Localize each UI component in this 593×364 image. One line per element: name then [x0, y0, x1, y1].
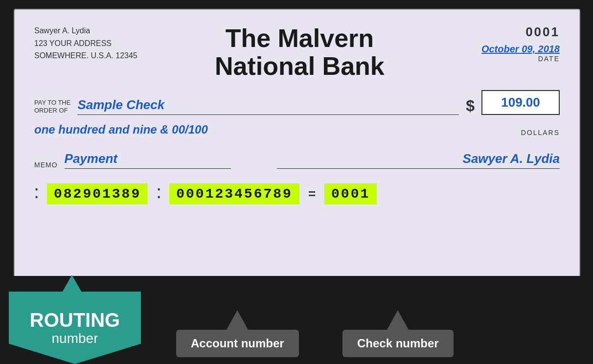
check-number-label: Check number	[342, 330, 454, 357]
micr-prefix-symbol: ⁚	[34, 186, 38, 202]
micr-account-suffix-symbol: =	[308, 186, 316, 202]
check-arrow-up	[387, 310, 409, 330]
routing-subtitle: number	[52, 331, 98, 346]
pay-to-label: PAY TO THEORDER OF	[34, 99, 70, 115]
memo-line: Payment	[65, 151, 231, 169]
address-block: Sawyer A. Lydia 123 YOUR ADDRESS SOMEWHE…	[34, 24, 137, 62]
micr-suffix-symbol: ⁚	[157, 186, 160, 202]
memo-label: MEMO	[34, 161, 58, 169]
payee-name: Sample Check	[77, 97, 164, 112]
check-top: Sawyer A. Lydia 123 YOUR ADDRESS SOMEWHE…	[34, 24, 560, 80]
date-label: DATE	[462, 55, 560, 63]
amount-words: one hundred and nine & 00/100	[34, 123, 208, 136]
micr-check-number: 0001	[324, 183, 377, 205]
routing-label-box: ROUTING number	[9, 292, 141, 364]
account-number-label-group: Account number	[176, 310, 299, 357]
signature-value: Sawyer A. Lydia	[463, 151, 560, 166]
pay-section: PAY TO THEORDER OF Sample Check $ 109.00	[34, 90, 560, 115]
dollars-label: DOLLARS	[521, 129, 560, 136]
dollar-sign: $	[466, 97, 475, 115]
check-inner: Sawyer A. Lydia 123 YOUR ADDRESS SOMEWHE…	[15, 10, 579, 282]
payee-line: Sample Check	[77, 97, 459, 115]
account-arrow-up	[227, 310, 248, 330]
micr-line: ⁚ 082901389 ⁚ 000123456789 = 0001	[34, 183, 560, 205]
top-right: 0001 October 09, 2018 DATE	[462, 24, 560, 63]
check-container: Sawyer A. Lydia 123 YOUR ADDRESS SOMEWHE…	[14, 9, 580, 283]
bottom-bar: ROUTING number Account number Check numb…	[0, 276, 593, 364]
amount-numeric: 109.00	[481, 90, 560, 115]
account-number-label: Account number	[176, 330, 299, 357]
amount-words-section: one hundred and nine & 00/100 DOLLARS	[34, 123, 560, 136]
memo-value: Payment	[65, 151, 117, 166]
signature-line: Sawyer A. Lydia	[277, 151, 560, 169]
account-holder-name: Sawyer A. Lydia	[34, 24, 137, 37]
address-line1: 123 YOUR ADDRESS	[34, 37, 137, 50]
date-value: October 09, 2018	[462, 44, 560, 55]
routing-title: ROUTING	[30, 309, 120, 331]
routing-number: 082901389	[47, 183, 148, 205]
account-number: 000123456789	[169, 183, 299, 205]
bank-name: The MalvernNational Bank	[137, 24, 462, 80]
address-line2: SOMEWHERE. U.S.A. 12345	[34, 49, 137, 62]
memo-section: MEMO Payment Sawyer A. Lydia	[34, 151, 560, 169]
check-number-label-group: Check number	[342, 310, 454, 357]
check-number-display: 0001	[462, 24, 560, 40]
